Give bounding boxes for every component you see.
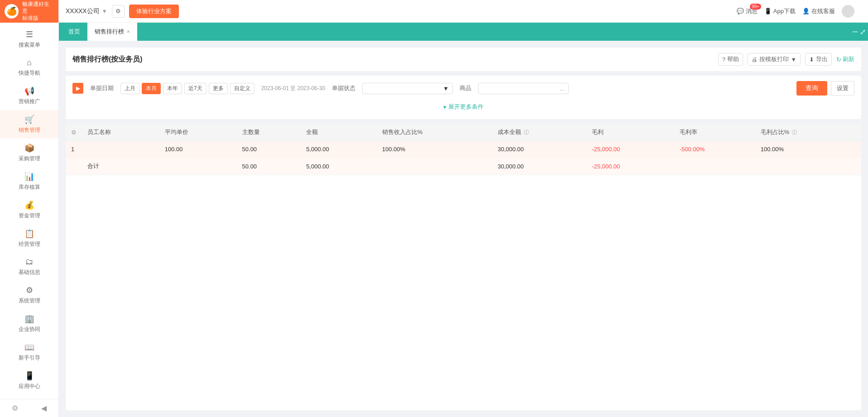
sidebar-item-sales[interactable]: 🛒 销售管理 (0, 110, 58, 139)
col-amount-header: 全额 (301, 124, 377, 141)
sales-icon: 🛒 (24, 115, 34, 125)
col-profit-header: 毛利 (586, 124, 674, 141)
purchase-icon: 📦 (24, 143, 34, 153)
header-settings-button[interactable]: ⚙ (112, 5, 125, 18)
tab-minimize-icon[interactable]: ─ (853, 28, 858, 36)
filter-area: ▶ 单据日期 上月 本月 本年 近7天 更多 自定义 2023-06-01 至 … (66, 76, 861, 119)
expand-more-btn[interactable]: ▾ 展开更多条件 (72, 100, 854, 114)
cell-profit: -25,000.00 (586, 141, 674, 158)
sidebar-item-guide[interactable]: 📖 新手引导 (0, 338, 58, 366)
operation-icon: 📋 (24, 229, 34, 239)
tab-expand-icon[interactable]: ⤢ (860, 28, 866, 36)
export-icon: ⬇ (809, 56, 814, 63)
base-icon: 🗂 (25, 257, 34, 267)
expand-down-icon: ▾ (443, 104, 446, 110)
guide-icon: 📖 (24, 342, 34, 352)
setup-button[interactable]: 设置 (831, 81, 854, 96)
footer-profit: -25,000.00 (586, 158, 674, 175)
footer-row: 合计 50.00 5,000.00 30,000.00 -25,000.00 (66, 158, 861, 175)
cell-name (82, 141, 159, 158)
header-right: 💬 消息 99+ 📱 App下载 👤 在线客服 (737, 5, 861, 18)
app-download-button[interactable]: 📱 App下载 (764, 7, 796, 15)
message-badge: 99+ (750, 4, 761, 10)
help-icon: ? (722, 56, 725, 63)
data-table: ⚙ 员工名称 平均单价 主数量 全额 (66, 124, 861, 175)
sidebar: 🍊 畅康通好生意 标准版 ☰ 搜索菜单 ⌂ 快捷导航 📢 营销推广 🛒 销售管理… (0, 0, 59, 417)
sidebar-item-apps[interactable]: 📱 应用中心 (0, 366, 58, 395)
page-title: 销售排行榜(按业务员) (72, 55, 143, 64)
col-name-header: 员工名称 (82, 124, 159, 141)
sidebar-item-finance[interactable]: 💰 资金管理 (0, 196, 58, 224)
cell-profit-rate: -500.00% (674, 141, 755, 158)
company-dropdown-icon: ▼ (102, 8, 107, 14)
table-footer: 合计 50.00 5,000.00 30,000.00 -25,000.00 (66, 158, 861, 175)
footer-quantity: 50.00 (237, 158, 301, 175)
goods-more-icon: ... (560, 85, 565, 92)
sidebar-item-quick[interactable]: ⌂ 快捷导航 (0, 53, 58, 81)
cell-sales-pct: 100.00% (377, 141, 492, 158)
goods-input[interactable]: ... (478, 83, 569, 94)
online-service-button[interactable]: 👤 在线客服 (802, 7, 835, 15)
footer-empty-5 (755, 158, 861, 175)
enterprise-icon: 🏢 (24, 314, 34, 324)
status-dropdown-icon: ▼ (443, 85, 449, 92)
tab-close-icon[interactable]: × (127, 29, 130, 35)
query-button[interactable]: 查询 (796, 81, 827, 96)
footer-cost: 30,000.00 (492, 158, 586, 175)
refresh-button[interactable]: ↻ 刷新 (836, 55, 854, 63)
main-content: 首页 销售排行榜 × ─ ⤢ 销售排行榜(按业务员) ? 帮助 🖨 按模板打印 (59, 23, 868, 417)
sidebar-item-operation[interactable]: 📋 经营管理 (0, 224, 58, 253)
trial-button[interactable]: 体验行业方案 (129, 5, 179, 18)
col-cost-header: 成本全额 ⓘ (492, 124, 586, 141)
sidebar-item-base[interactable]: 🗂 基础信息 (0, 253, 58, 281)
page-actions: ? 帮助 🖨 按模板打印 ▼ ⬇ 导出 ↻ 刷新 (718, 53, 854, 66)
sidebar-settings-btn[interactable]: ⚙ (12, 404, 18, 412)
profit-pct-info-icon[interactable]: ⓘ (792, 129, 797, 135)
help-button[interactable]: ? 帮助 (718, 53, 743, 66)
filter-expand-arrow[interactable]: ▶ (72, 83, 83, 94)
user-avatar[interactable] (842, 5, 854, 18)
cell-quantity: 50.00 (237, 141, 301, 158)
footer-empty-1 (66, 158, 82, 175)
date-btn-this-year[interactable]: 本年 (163, 83, 182, 94)
table-settings-icon[interactable]: ⚙ (71, 129, 77, 136)
sidebar-item-system[interactable]: ⚙ 系统管理 (0, 281, 58, 309)
filter-right-actions: 查询 设置 (796, 81, 854, 96)
date-btn-more[interactable]: 更多 (209, 83, 228, 94)
table-container: ⚙ 员工名称 平均单价 主数量 全额 (66, 124, 861, 410)
refresh-icon: ↻ (836, 56, 841, 63)
date-btn-this-month[interactable]: 本月 (142, 83, 161, 94)
footer-empty-4 (674, 158, 755, 175)
date-range: 2023-06-01 至 2023-06-30 (261, 85, 325, 92)
sidebar-item-enterprise[interactable]: 🏢 企业协同 (0, 309, 58, 338)
date-btn-custom[interactable]: 自定义 (230, 83, 254, 94)
content-area: 销售排行榜(按业务员) ? 帮助 🖨 按模板打印 ▼ ⬇ 导出 ↻ 刷新 (59, 41, 868, 417)
cost-info-icon[interactable]: ⓘ (524, 129, 529, 135)
cell-rank: 1 (66, 141, 82, 158)
company-selector[interactable]: XXXXX公司 ▼ (66, 7, 107, 15)
message-button[interactable]: 💬 消息 99+ (737, 7, 758, 15)
logo-icon: 🍊 (5, 4, 19, 19)
company-name: XXXXX公司 (66, 7, 100, 15)
status-select[interactable]: ▼ (362, 83, 453, 94)
filter-row-1: ▶ 单据日期 上月 本月 本年 近7天 更多 自定义 2023-06-01 至 … (72, 81, 854, 96)
export-button[interactable]: ⬇ 导出 (805, 53, 832, 66)
tab-home[interactable]: 首页 (61, 25, 87, 38)
col-quantity-header: 主数量 (237, 124, 301, 141)
print-button[interactable]: 🖨 按模板打印 ▼ (748, 53, 801, 66)
status-label: 单据状态 (332, 84, 355, 92)
sidebar-item-inventory[interactable]: 📊 库存核算 (0, 167, 58, 196)
sidebar-item-marketing[interactable]: 📢 营销推广 (0, 81, 58, 110)
message-icon: 💬 (737, 8, 744, 14)
cell-amount: 5,000.00 (301, 141, 377, 158)
marketing-icon: 📢 (24, 86, 34, 96)
date-btn-7days[interactable]: 近7天 (184, 83, 206, 94)
sidebar-item-purchase[interactable]: 📦 采购管理 (0, 139, 58, 167)
tab-bar: 首页 销售排行榜 × ─ ⤢ (59, 23, 868, 41)
date-btn-last-month[interactable]: 上月 (120, 83, 139, 94)
tab-sales-ranking[interactable]: 销售排行榜 × (87, 23, 137, 41)
sidebar-item-search[interactable]: ☰ 搜索菜单 (0, 25, 58, 53)
col-sales-pct-header: 销售收入占比% (377, 124, 492, 141)
sidebar-item-wechat[interactable]: 💬 企业微信 (0, 395, 58, 399)
sidebar-collapse-btn[interactable]: ◀ (41, 404, 47, 412)
